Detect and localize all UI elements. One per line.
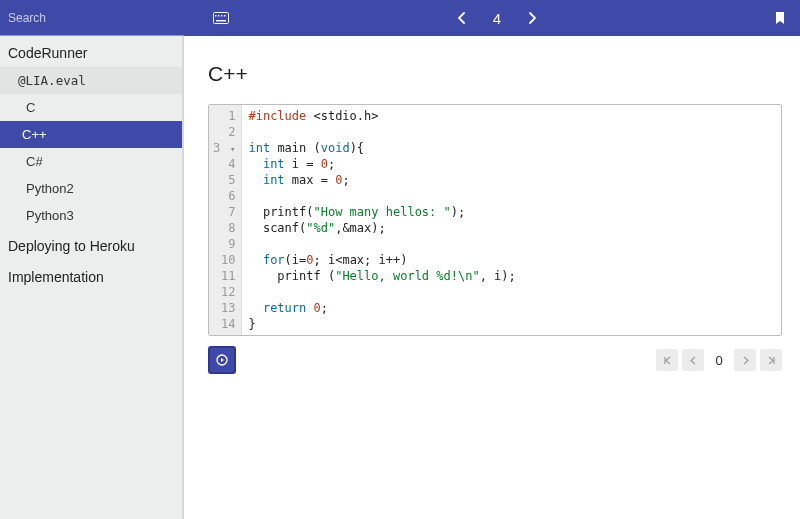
code-line[interactable]: printf("How many hellos: "); xyxy=(248,204,775,220)
page-number: 4 xyxy=(489,10,505,27)
svg-rect-4 xyxy=(221,15,223,17)
sidebar-eval[interactable]: @LIA.eval xyxy=(0,67,182,94)
svg-rect-3 xyxy=(218,15,220,17)
code-line[interactable]: return 0; xyxy=(248,300,775,316)
sidebar-impl[interactable]: Implementation xyxy=(0,260,182,291)
top-nav: 4 xyxy=(234,5,760,31)
code-line[interactable]: } xyxy=(248,316,775,332)
svg-rect-0 xyxy=(214,13,229,24)
code-line[interactable]: for(i=0; i<max; i++) xyxy=(248,252,775,268)
next-page-button[interactable] xyxy=(519,5,545,31)
code-line[interactable] xyxy=(248,236,775,252)
editor-code[interactable]: #include <stdio.h> int main (void){ int … xyxy=(242,105,781,335)
code-line[interactable]: printf ("Hello, world %d!\n", i); xyxy=(248,268,775,284)
sidebar: CodeRunner @LIA.eval CC++C#Python2Python… xyxy=(0,36,184,519)
run-button[interactable] xyxy=(208,346,236,374)
svg-rect-1 xyxy=(216,20,226,22)
code-line[interactable]: int max = 0; xyxy=(248,172,775,188)
sidebar-item-c[interactable]: C# xyxy=(0,148,182,175)
pager-count: 0 xyxy=(708,349,730,371)
pager-next[interactable] xyxy=(734,349,756,371)
sidebar-heading: CodeRunner xyxy=(0,36,182,67)
prev-page-button[interactable] xyxy=(449,5,475,31)
bookmark-icon[interactable] xyxy=(760,11,800,25)
code-line[interactable] xyxy=(248,284,775,300)
sidebar-item-c[interactable]: C xyxy=(0,94,182,121)
sidebar-item-c[interactable]: C++ xyxy=(0,121,182,148)
result-pager: 0 xyxy=(656,349,782,371)
code-line[interactable] xyxy=(248,124,775,140)
sidebar-item-python2[interactable]: Python2 xyxy=(0,175,182,202)
code-editor[interactable]: 123 ▾4567891011121314 #include <stdio.h>… xyxy=(208,104,782,336)
code-line[interactable]: int i = 0; xyxy=(248,156,775,172)
code-line[interactable]: #include <stdio.h> xyxy=(248,108,775,124)
pager-prev[interactable] xyxy=(682,349,704,371)
main-content: C++ 123 ▾4567891011121314 #include <stdi… xyxy=(184,36,800,519)
code-line[interactable] xyxy=(248,188,775,204)
page-title: C++ xyxy=(208,62,782,86)
sidebar-item-python3[interactable]: Python3 xyxy=(0,202,182,229)
svg-rect-2 xyxy=(215,15,217,17)
search-input[interactable] xyxy=(8,11,176,25)
pager-first[interactable] xyxy=(656,349,678,371)
search-box[interactable] xyxy=(0,0,184,36)
code-line[interactable]: int main (void){ xyxy=(248,140,775,156)
code-line[interactable]: scanf("%d",&max); xyxy=(248,220,775,236)
svg-rect-5 xyxy=(224,15,226,17)
topbar: 4 xyxy=(0,0,800,36)
pager-last[interactable] xyxy=(760,349,782,371)
sidebar-deploy[interactable]: Deploying to Heroku xyxy=(0,229,182,260)
editor-gutter: 123 ▾4567891011121314 xyxy=(209,105,242,335)
keyboard-icon[interactable] xyxy=(208,5,234,31)
